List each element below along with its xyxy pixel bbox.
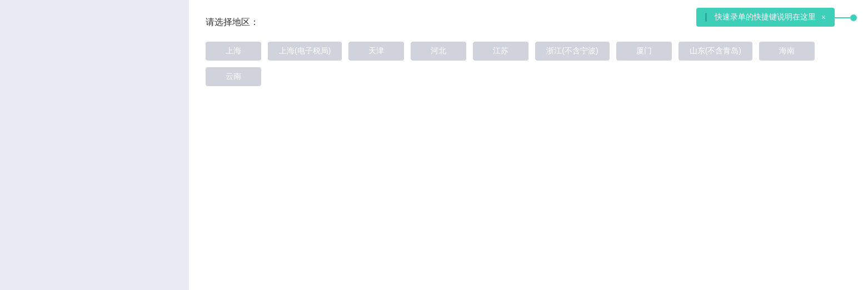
region-btn-hainan[interactable]: 海南: [759, 42, 815, 61]
tooltip-dot: [850, 14, 857, 21]
region-btn-shanghai-etax[interactable]: 上海(电子税局): [268, 42, 342, 61]
sidebar: [0, 0, 189, 290]
region-btn-hebei[interactable]: 河北: [411, 42, 466, 61]
region-btn-jiangsu[interactable]: 江苏: [473, 42, 528, 61]
tooltip-banner: 快速录单的快捷键说明在这里 ×: [696, 8, 835, 27]
region-btn-shanghai[interactable]: 上海: [206, 42, 261, 61]
tooltip-text: 快速录单的快捷键说明在这里: [715, 12, 816, 22]
region-btn-yunnan[interactable]: 云南: [206, 67, 261, 86]
tooltip-close-button[interactable]: ×: [821, 13, 826, 22]
tooltip-line: [834, 17, 850, 18]
region-btn-tianjin[interactable]: 天津: [348, 42, 404, 61]
region-btn-xiamen[interactable]: 厦门: [616, 42, 672, 61]
region-btn-zhejiang[interactable]: 浙江(不含宁波): [535, 42, 609, 61]
region-btn-shandong[interactable]: 山东(不含青岛): [679, 42, 752, 61]
main-content: 请选择地区： 上海上海(电子税局)天津河北江苏浙江(不含宁波)厦门山东(不含青岛…: [189, 0, 868, 290]
region-buttons: 上海上海(电子税局)天津河北江苏浙江(不含宁波)厦门山东(不含青岛)海南云南: [206, 42, 851, 86]
